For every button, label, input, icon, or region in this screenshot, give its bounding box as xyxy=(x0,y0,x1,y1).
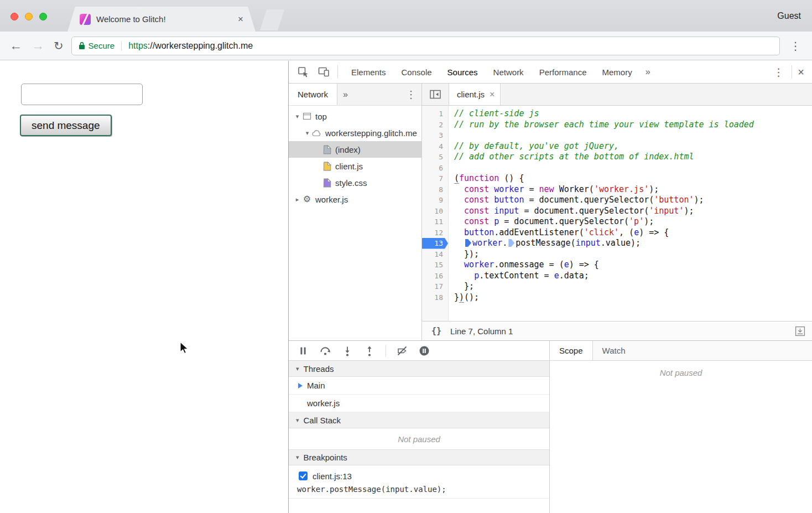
send-message-button[interactable]: send message xyxy=(20,115,112,136)
gutter-line-1[interactable]: 1 xyxy=(422,108,448,120)
threads-list: Mainworker.js xyxy=(289,377,549,412)
gutter-line-9[interactable]: 9 xyxy=(422,195,448,206)
message-input[interactable] xyxy=(21,84,143,105)
editor-tab-close-icon[interactable]: × xyxy=(490,90,495,100)
toolbar-separator xyxy=(386,345,386,357)
stylesheet-icon xyxy=(321,178,332,188)
devtools-tab-sources[interactable]: Sources xyxy=(440,61,486,83)
gutter-line-10[interactable]: 10 xyxy=(422,206,448,217)
url-rest: ://workerstepping.glitch.me xyxy=(148,41,253,50)
hide-navigator-icon[interactable] xyxy=(422,84,449,105)
editor-statusbar: {} Line 7, Column 1 xyxy=(422,321,812,340)
threads-section-header[interactable]: ▾ Threads xyxy=(289,361,549,377)
deactivate-breakpoints-icon[interactable] xyxy=(396,345,408,357)
browser-tab[interactable]: Welcome to Glitch! × xyxy=(67,7,256,32)
thread-row-worker-js[interactable]: worker.js xyxy=(289,395,549,412)
gutter-line-5[interactable]: 5 xyxy=(422,152,448,163)
devtools-tab-performance[interactable]: Performance xyxy=(532,61,595,83)
close-window-button[interactable] xyxy=(11,13,18,20)
navigator-item--index-[interactable]: (index) xyxy=(289,141,421,158)
gutter-line-18[interactable]: 18 xyxy=(422,292,448,303)
gutter-line-15[interactable]: 15 xyxy=(422,260,448,271)
navigator-item-top[interactable]: ▾top xyxy=(289,108,421,125)
device-toolbar-icon[interactable] xyxy=(318,66,330,77)
gutter-line-13[interactable]: 13 xyxy=(422,238,448,249)
code-line-17: }; xyxy=(454,281,812,292)
more-tabs-icon[interactable]: » xyxy=(646,67,650,77)
devtools-tabs: ElementsConsoleSourcesNetworkPerformance… xyxy=(343,61,640,83)
minimize-window-button[interactable] xyxy=(25,13,33,20)
navigator-item-style-css[interactable]: style.css xyxy=(289,174,421,191)
chevron-down-icon[interactable]: ▾ xyxy=(293,113,301,120)
code-area[interactable]: 123456789101112131415161718 // client-si… xyxy=(422,106,812,321)
new-tab-button[interactable] xyxy=(260,9,284,30)
scope-watch-pane: ScopeWatch Not paused xyxy=(550,341,812,513)
window-controls xyxy=(11,13,47,20)
glitch-favicon-icon xyxy=(80,14,91,25)
pretty-print-icon[interactable]: {} xyxy=(431,326,441,336)
devtools-tab-memory[interactable]: Memory xyxy=(595,61,640,83)
gutter-line-11[interactable]: 11 xyxy=(422,216,448,227)
chevron-right-icon[interactable]: ▸ xyxy=(293,196,301,203)
browser-menu-icon[interactable]: ⋮ xyxy=(790,39,801,53)
navigator-more-tabs-icon[interactable]: » xyxy=(343,90,348,100)
inline-breakpoint-marker[interactable] xyxy=(508,239,514,247)
gutter-line-3[interactable]: 3 xyxy=(422,130,448,141)
debugger-toolbar xyxy=(289,341,549,361)
navigator-menu-icon[interactable]: ⋮ xyxy=(406,89,421,101)
guest-profile-label[interactable]: Guest xyxy=(777,11,801,21)
address-bar[interactable]: Secure https://workerstepping.glitch.me xyxy=(71,37,780,55)
gutter-line-14[interactable]: 14 xyxy=(422,249,448,260)
url-text[interactable]: https://workerstepping.glitch.me xyxy=(128,41,253,51)
gutter-line-12[interactable]: 12 xyxy=(422,227,448,239)
navigator-item-client-js[interactable]: client.js xyxy=(289,158,421,174)
gutter-line-6[interactable]: 6 xyxy=(422,163,448,174)
gutter-line-8[interactable]: 8 xyxy=(422,184,448,195)
back-icon[interactable]: ← xyxy=(9,39,22,52)
chevron-down-icon[interactable]: ▾ xyxy=(303,129,311,137)
toolbar-separator xyxy=(792,65,792,79)
reload-icon[interactable]: ↻ xyxy=(54,40,64,51)
breakpoints-section-header[interactable]: ▾ Breakpoints xyxy=(289,449,549,465)
sidebar-tab-watch[interactable]: Watch xyxy=(593,341,635,360)
file-tree: ▾top▾workerstepping.glitch.me(index)clie… xyxy=(289,106,421,208)
scope-watch-tabs: ScopeWatch xyxy=(550,341,812,361)
pause-script-icon[interactable] xyxy=(297,345,309,357)
gutter-line-2[interactable]: 2 xyxy=(422,120,448,131)
code-line-4: // by default, you've got jQuery, xyxy=(454,141,812,152)
gutter-line-7[interactable]: 7 xyxy=(422,173,448,184)
toggle-drawer-icon[interactable] xyxy=(795,326,805,336)
breakpoint-code-snippet[interactable]: worker.postMessage(input.value); xyxy=(289,484,549,499)
devtools-tab-console[interactable]: Console xyxy=(394,61,440,83)
gutter-line-17[interactable]: 17 xyxy=(422,281,448,292)
gutter-line-16[interactable]: 16 xyxy=(422,271,448,282)
secure-lock-icon xyxy=(79,42,85,50)
cloud-icon xyxy=(311,129,322,137)
call-stack-section-header[interactable]: ▾ Call Stack xyxy=(289,412,549,428)
thread-row-main[interactable]: Main xyxy=(289,377,549,395)
devtools-close-icon[interactable]: × xyxy=(793,66,812,79)
devtools-tab-network[interactable]: Network xyxy=(486,61,532,83)
pause-on-exceptions-icon[interactable] xyxy=(418,345,430,357)
sidebar-tab-scope[interactable]: Scope xyxy=(550,341,593,360)
zoom-window-button[interactable] xyxy=(39,13,47,20)
tab-close-icon[interactable]: × xyxy=(238,14,243,25)
gutter-line-4[interactable]: 4 xyxy=(422,141,448,152)
step-over-icon[interactable] xyxy=(319,345,331,357)
navigator-tab-network[interactable]: Network xyxy=(289,84,337,105)
breakpoint-entry[interactable]: client.js:13 xyxy=(289,468,549,484)
breakpoint-checkbox[interactable] xyxy=(299,471,308,480)
source-editor: client.js × 123456789101112131415161718 … xyxy=(422,84,812,340)
navigator-item-workerstepping-glitch-me[interactable]: ▾workerstepping.glitch.me xyxy=(289,125,421,141)
devtools-menu-icon[interactable]: ⋮ xyxy=(767,66,790,79)
step-out-icon[interactable] xyxy=(363,345,376,357)
inspect-element-icon[interactable] xyxy=(298,66,309,78)
tab-title: Welcome to Glitch! xyxy=(96,14,233,24)
navigator-item-worker-js[interactable]: ▸⚙worker.js xyxy=(289,191,421,208)
script-icon xyxy=(321,162,332,171)
browser-tabstrip: Welcome to Glitch! × Guest xyxy=(0,0,812,32)
inline-breakpoint-marker[interactable] xyxy=(465,239,471,247)
devtools-tab-elements[interactable]: Elements xyxy=(343,61,394,83)
editor-tab-clientjs[interactable]: client.js × xyxy=(449,84,501,105)
step-into-icon[interactable] xyxy=(341,345,353,357)
